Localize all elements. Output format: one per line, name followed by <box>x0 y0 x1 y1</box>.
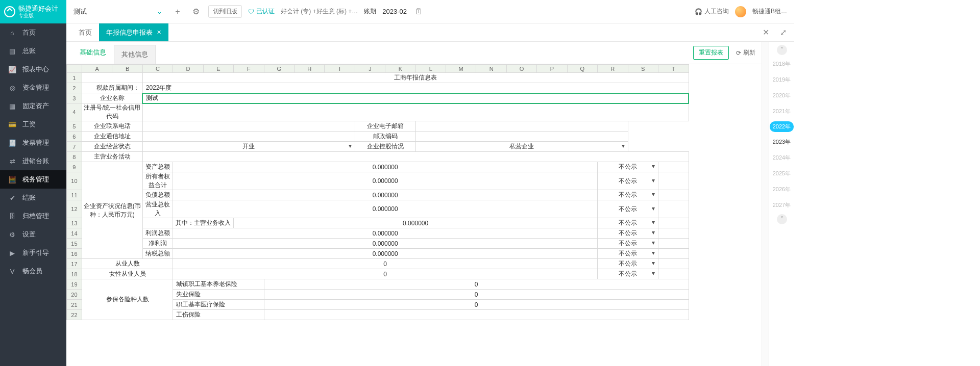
cell[interactable]: 失业保险 <box>173 290 264 300</box>
sidebar-item-4[interactable]: ▦固定资产 <box>0 97 66 115</box>
company-name-cell[interactable] <box>142 93 689 103</box>
cell[interactable]: 纳税总额 <box>142 249 173 259</box>
cell[interactable]: 0.000000 <box>173 172 598 190</box>
support-link[interactable]: 🎧 人工咨询 <box>695 7 729 16</box>
cell[interactable]: 不公示 <box>598 249 658 259</box>
cell[interactable]: 0.000000 <box>173 200 598 218</box>
cell[interactable]: 主营业务活动 <box>82 152 142 162</box>
cell[interactable]: 0.000000 <box>173 162 598 172</box>
row-header-16[interactable]: 16 <box>67 249 82 259</box>
cell[interactable]: 利润总额 <box>142 228 173 239</box>
cell[interactable]: 企业经营状态 <box>82 142 142 152</box>
cell[interactable] <box>658 239 689 249</box>
close-icon[interactable]: ✕ <box>157 29 161 36</box>
row-header-11[interactable]: 11 <box>67 190 82 200</box>
user-avatar[interactable] <box>735 6 746 17</box>
year-item[interactable]: 2023年 <box>773 136 791 148</box>
sidebar-item-10[interactable]: 🗄归档管理 <box>0 207 66 225</box>
company-settings-button[interactable]: ⚙ <box>190 6 202 18</box>
row-header-21[interactable]: 21 <box>67 300 82 310</box>
cell[interactable]: 0 <box>173 269 598 279</box>
col-header-G[interactable]: G <box>264 65 294 73</box>
col-header-P[interactable]: P <box>537 65 567 73</box>
col-header-O[interactable]: O <box>506 65 536 73</box>
cell[interactable]: 企业电子邮箱 <box>355 121 415 132</box>
cell[interactable] <box>658 218 689 228</box>
row-header-5[interactable]: 5 <box>67 121 82 132</box>
cell[interactable]: 职工基本医疗保险 <box>173 300 264 310</box>
cell[interactable] <box>658 228 689 239</box>
period-value[interactable]: 2023-02 <box>382 8 407 15</box>
cell[interactable]: 注册号/统一社会信用代码 <box>82 103 142 121</box>
cell[interactable]: 工伤保险 <box>173 310 264 320</box>
col-header-L[interactable]: L <box>415 65 446 73</box>
cell[interactable]: 城镇职工基本养老保险 <box>173 279 264 290</box>
year-item[interactable]: 2022年 <box>770 121 794 132</box>
row-header-3[interactable]: 3 <box>67 93 82 103</box>
cell[interactable]: 女性从业人员 <box>82 269 173 279</box>
sidebar-item-6[interactable]: 🧾发票管理 <box>0 134 66 152</box>
row-header-22[interactable]: 22 <box>67 310 82 320</box>
sidebar-item-0[interactable]: ⌂首页 <box>0 23 66 42</box>
col-header-N[interactable]: N <box>476 65 506 73</box>
cell[interactable]: 不公示 <box>598 172 658 190</box>
year-down-button[interactable]: ˅ <box>777 214 787 224</box>
cell[interactable]: 不公示 <box>598 190 658 200</box>
company-selector[interactable]: 测试 ⌄ <box>74 7 165 16</box>
year-item[interactable]: 2019年 <box>773 74 791 86</box>
year-item[interactable]: 2027年 <box>773 199 791 211</box>
cell[interactable] <box>658 269 689 279</box>
cell[interactable] <box>658 249 689 259</box>
cell[interactable] <box>142 132 355 142</box>
col-header-I[interactable]: I <box>325 65 355 73</box>
reset-report-button[interactable]: 重置报表 <box>693 46 729 60</box>
sidebar-item-13[interactable]: V畅会员 <box>0 262 66 280</box>
cell[interactable]: 0 <box>264 290 689 300</box>
cell[interactable] <box>658 200 689 218</box>
cell[interactable] <box>658 172 689 190</box>
subtab-0[interactable]: 基础信息 <box>72 42 114 64</box>
col-header-C[interactable]: C <box>142 65 173 73</box>
refresh-button[interactable]: ⟳ 刷新 <box>736 48 755 57</box>
cell[interactable]: 0.000000 <box>173 228 598 239</box>
sidebar-item-5[interactable]: 💳工资 <box>0 115 66 134</box>
sidebar-item-7[interactable]: ⇄进销台账 <box>0 152 66 170</box>
cell[interactable] <box>142 103 689 121</box>
col-header-F[interactable]: F <box>234 65 264 73</box>
cell[interactable]: 0 <box>264 300 689 310</box>
cell[interactable] <box>658 190 689 200</box>
switch-old-version-button[interactable]: 切到旧版 <box>208 5 242 18</box>
cell[interactable]: 0.000000 <box>173 190 598 200</box>
cell[interactable]: 不公示 <box>598 200 658 218</box>
period-calendar-icon[interactable]: 🗓 <box>413 6 425 18</box>
cell[interactable]: 私营企业 <box>415 142 628 152</box>
row-header-18[interactable]: 18 <box>67 269 82 279</box>
cell[interactable] <box>82 73 142 83</box>
sidebar-item-12[interactable]: ▶新手引导 <box>0 244 66 262</box>
cell[interactable]: 负债总额 <box>142 190 173 200</box>
row-header-2[interactable]: 2 <box>67 83 82 93</box>
cell[interactable]: 净利润 <box>142 239 173 249</box>
col-header-J[interactable]: J <box>355 65 385 73</box>
cell[interactable]: 其中：主营业务收入 <box>173 218 234 228</box>
col-header-S[interactable]: S <box>628 65 658 73</box>
cell[interactable]: 开业 <box>142 142 355 152</box>
year-item[interactable]: 2020年 <box>773 90 791 101</box>
cell[interactable] <box>658 259 689 269</box>
year-item[interactable]: 2018年 <box>773 58 791 70</box>
cell[interactable]: 不公示 <box>598 218 658 228</box>
row-header-7[interactable]: 7 <box>67 142 82 152</box>
sidebar-item-1[interactable]: ▤总账 <box>0 42 66 60</box>
cell[interactable]: 不公示 <box>598 228 658 239</box>
row-header-10[interactable]: 10 <box>67 172 82 190</box>
cell[interactable] <box>415 132 628 142</box>
cell[interactable]: 税款所属期间： <box>82 83 142 93</box>
col-header-E[interactable]: E <box>203 65 233 73</box>
col-header-B[interactable]: B <box>112 65 143 73</box>
cell[interactable]: 企业通信地址 <box>82 132 142 142</box>
row-header-17[interactable]: 17 <box>67 259 82 269</box>
col-header-M[interactable]: M <box>446 65 476 73</box>
fullscreen-button[interactable]: ⤢ <box>777 27 789 39</box>
sidebar-item-8[interactable]: 🧮税务管理 <box>0 170 66 189</box>
sidebar-item-3[interactable]: ◎资金管理 <box>0 79 66 97</box>
